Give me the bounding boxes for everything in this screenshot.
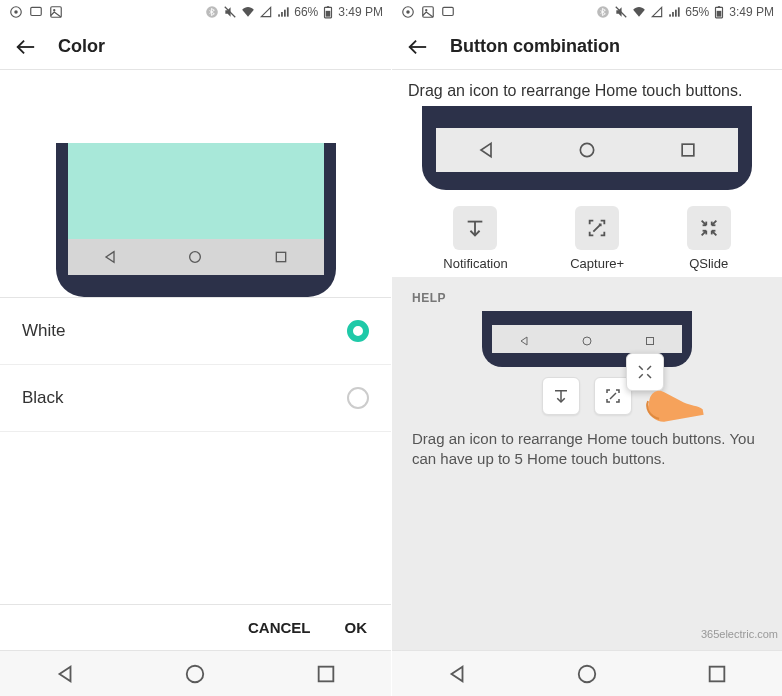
svg-rect-10 bbox=[287, 7, 289, 16]
svg-point-24 bbox=[425, 9, 427, 11]
data-icon bbox=[258, 4, 274, 20]
sys-recent-icon[interactable] bbox=[315, 663, 337, 685]
radio-indicator bbox=[347, 387, 369, 409]
palette-item-notification[interactable]: Notification bbox=[443, 206, 507, 271]
nav-recent-icon bbox=[273, 249, 289, 265]
svg-rect-29 bbox=[672, 12, 674, 17]
svg-rect-30 bbox=[675, 10, 677, 17]
palette-label: Capture+ bbox=[570, 256, 624, 271]
mute-icon bbox=[613, 4, 629, 20]
radio-indicator-selected bbox=[347, 320, 369, 342]
back-arrow-icon[interactable] bbox=[406, 36, 428, 58]
capture-plus-icon bbox=[575, 206, 619, 250]
svg-point-4 bbox=[53, 9, 55, 11]
status-icon-message bbox=[28, 4, 44, 20]
svg-line-58 bbox=[639, 366, 643, 370]
svg-point-1 bbox=[14, 10, 18, 14]
status-icon-image bbox=[420, 4, 436, 20]
ok-button[interactable]: OK bbox=[345, 619, 368, 636]
svg-rect-25 bbox=[443, 7, 454, 15]
data-icon bbox=[649, 4, 665, 20]
battery-icon bbox=[711, 4, 727, 20]
svg-rect-28 bbox=[669, 14, 671, 16]
status-time: 3:49 PM bbox=[338, 5, 383, 19]
svg-rect-20 bbox=[318, 666, 333, 681]
svg-rect-17 bbox=[276, 252, 285, 261]
signal-icon bbox=[667, 4, 683, 20]
palette-label: Notification bbox=[443, 256, 507, 271]
watermark-text: 365electric.com bbox=[701, 628, 778, 640]
qslide-icon bbox=[687, 206, 731, 250]
status-icon-circle bbox=[400, 4, 416, 20]
left-screenshot: 66% 3:49 PM Color bbox=[0, 0, 391, 696]
instruction-text: Drag an icon to rearrange Home touch but… bbox=[392, 70, 782, 106]
header-bar: Color bbox=[0, 24, 391, 70]
help-illustration bbox=[412, 311, 762, 415]
cancel-button[interactable]: CANCEL bbox=[248, 619, 311, 636]
svg-rect-8 bbox=[281, 12, 283, 17]
svg-rect-34 bbox=[718, 6, 720, 7]
nav-back-icon bbox=[518, 333, 530, 345]
right-screenshot: 65% 3:49 PM Button combination Drag an i… bbox=[391, 0, 782, 696]
page-title: Color bbox=[58, 36, 105, 57]
battery-percent: 65% bbox=[685, 5, 709, 19]
svg-point-63 bbox=[579, 665, 596, 682]
back-arrow-icon[interactable] bbox=[14, 36, 36, 58]
svg-marker-15 bbox=[106, 252, 114, 263]
bluetooth-icon bbox=[595, 4, 611, 20]
svg-rect-31 bbox=[678, 7, 680, 16]
svg-rect-7 bbox=[278, 14, 280, 16]
nav-back-icon bbox=[102, 249, 118, 265]
svg-point-37 bbox=[580, 143, 593, 156]
svg-marker-36 bbox=[481, 143, 491, 156]
svg-rect-38 bbox=[682, 144, 694, 156]
help-heading: HELP bbox=[412, 291, 762, 305]
status-bar: 65% 3:49 PM bbox=[392, 0, 782, 24]
radio-label: Black bbox=[22, 388, 64, 408]
hand-pointer-icon bbox=[636, 368, 705, 426]
page-title: Button combination bbox=[450, 36, 620, 57]
svg-line-59 bbox=[647, 366, 651, 370]
nav-home-icon bbox=[187, 249, 203, 265]
palette-item-capture[interactable]: Capture+ bbox=[570, 206, 624, 271]
preview-navbar bbox=[68, 239, 324, 275]
help-section: HELP bbox=[392, 277, 782, 650]
mute-icon bbox=[222, 4, 238, 20]
help-body-text: Drag an icon to rearrange Home touch but… bbox=[412, 429, 762, 470]
svg-marker-18 bbox=[60, 666, 71, 681]
svg-marker-53 bbox=[521, 337, 527, 345]
nav-home-icon[interactable] bbox=[577, 140, 597, 160]
battery-icon bbox=[320, 4, 336, 20]
svg-rect-2 bbox=[31, 7, 42, 15]
nav-recent-icon[interactable] bbox=[678, 140, 698, 160]
svg-point-19 bbox=[187, 665, 204, 682]
svg-rect-64 bbox=[710, 666, 725, 681]
radio-option-black[interactable]: Black bbox=[0, 365, 391, 432]
sys-home-icon[interactable] bbox=[576, 663, 598, 685]
palette-label: QSlide bbox=[689, 256, 728, 271]
palette-item-qslide[interactable]: QSlide bbox=[687, 206, 731, 271]
battery-percent: 66% bbox=[294, 5, 318, 19]
sys-home-icon[interactable] bbox=[184, 663, 206, 685]
svg-rect-12 bbox=[326, 11, 331, 17]
svg-rect-9 bbox=[284, 10, 286, 17]
status-time: 3:49 PM bbox=[729, 5, 774, 19]
color-options-list: White Black bbox=[0, 298, 391, 604]
sys-recent-icon[interactable] bbox=[706, 663, 728, 685]
svg-point-22 bbox=[406, 10, 410, 14]
svg-point-54 bbox=[583, 337, 591, 345]
nav-back-icon[interactable] bbox=[476, 140, 496, 160]
preview-navbar[interactable] bbox=[436, 128, 738, 172]
radio-option-white[interactable]: White bbox=[0, 298, 391, 365]
system-navbar bbox=[392, 650, 782, 696]
status-icon-message bbox=[440, 4, 456, 20]
sys-back-icon[interactable] bbox=[54, 663, 76, 685]
sys-back-icon[interactable] bbox=[446, 663, 468, 685]
dialog-actions: CANCEL OK bbox=[0, 604, 391, 650]
header-bar: Button combination bbox=[392, 24, 782, 70]
notification-icon bbox=[542, 377, 580, 415]
signal-icon bbox=[276, 4, 292, 20]
nav-home-icon bbox=[581, 333, 593, 345]
wifi-icon bbox=[631, 4, 647, 20]
bluetooth-icon bbox=[204, 4, 220, 20]
